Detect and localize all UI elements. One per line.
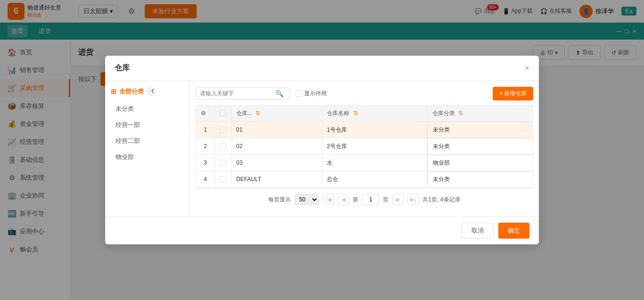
modal-header: 仓库 × xyxy=(105,56,539,81)
select-all-checkbox[interactable] xyxy=(220,110,226,117)
next-page-button[interactable]: ▶ xyxy=(392,194,404,205)
sort-icon3: ⇅ xyxy=(458,110,463,117)
table-row[interactable]: 3 03 水 物业部 xyxy=(196,155,533,171)
row-num: 1 xyxy=(196,121,215,138)
first-page-button[interactable]: |◀ xyxy=(322,194,334,205)
th-settings: ⚙ xyxy=(196,105,215,121)
show-disabled-toggle[interactable]: 显示停用 xyxy=(296,90,327,98)
row-code: 02 xyxy=(231,138,322,155)
search-box: 🔍 xyxy=(196,87,290,100)
search-icon: 🔍 xyxy=(275,90,283,97)
th-checkbox xyxy=(215,105,231,121)
row-actions-icon[interactable]: ··· xyxy=(520,126,528,133)
row-num: 3 xyxy=(196,155,215,171)
table-toolbar: 🔍 显示停用 + 新增仓库 xyxy=(196,87,533,100)
confirm-button[interactable]: 确定 xyxy=(498,223,529,239)
modal-body: ⊞ 全部分类 《 未分类 经营一部 经营二部 物业部 🔍 xyxy=(105,81,539,217)
sort-icon: ⇅ xyxy=(256,110,260,117)
show-disabled-checkbox[interactable] xyxy=(296,90,302,97)
row-name: 总仓 xyxy=(322,171,428,188)
row-category: 未分类 xyxy=(428,171,533,188)
pagination: 每页显示 50 10 20 100 |◀ ◀ 第 页 ▶ ▶| 共1页, 4条记… xyxy=(196,188,533,211)
row-num: 4 xyxy=(196,171,215,188)
settings-icon: ⚙ xyxy=(201,110,206,117)
modal-overlay[interactable]: 仓库 × ⊞ 全部分类 《 未分类 经营一部 经营二部 物业部 xyxy=(0,0,644,300)
add-warehouse-button[interactable]: + 新增仓库 xyxy=(493,87,533,100)
modal-title: 仓库 xyxy=(115,63,130,73)
sort-icon2: ⇅ xyxy=(353,110,358,117)
modal-close-button[interactable]: × xyxy=(524,63,529,73)
table-row[interactable]: 4 DEFAULT 总仓 未分类 xyxy=(196,171,533,188)
row-category: 物业部 xyxy=(428,155,533,171)
category-panel: ⊞ 全部分类 《 未分类 经营一部 经营二部 物业部 xyxy=(105,81,190,217)
row-category: 未分类··· xyxy=(428,122,533,138)
row-num: 2 xyxy=(196,138,215,155)
row-code: DEFAULT xyxy=(231,171,322,188)
last-page-button[interactable]: ▶| xyxy=(407,194,419,205)
row-code: 01 xyxy=(231,121,322,138)
th-name: 仓库名称 ⇅ xyxy=(322,105,428,121)
row-name: 水 xyxy=(322,155,428,171)
row-category: 未分类 xyxy=(428,138,533,155)
table-panel: 🔍 显示停用 + 新增仓库 ⚙ xyxy=(190,81,539,217)
search-input[interactable] xyxy=(200,90,275,97)
th-category: 仓库分类 ⇅ xyxy=(428,105,533,121)
category-item-ops2[interactable]: 经营二部 xyxy=(111,133,184,149)
page-input[interactable] xyxy=(362,194,379,205)
warehouse-modal: 仓库 × ⊞ 全部分类 《 未分类 经营一部 经营二部 物业部 xyxy=(105,56,539,245)
modal-footer: 取消 确定 xyxy=(105,217,539,244)
row-code: 03 xyxy=(231,155,322,171)
category-item-unclassified[interactable]: 未分类 xyxy=(111,101,184,117)
warehouse-table: ⚙ 仓库... ⇅ 仓库名称 ⇅ xyxy=(196,105,533,188)
category-collapse-button[interactable]: 《 xyxy=(147,87,156,96)
row-name: 2号仓库 xyxy=(322,138,428,155)
prev-page-button[interactable]: ◀ xyxy=(338,194,349,205)
row-checkbox[interactable] xyxy=(215,121,231,138)
category-item-ops1[interactable]: 经营一部 xyxy=(111,117,184,133)
row-checkbox[interactable] xyxy=(215,138,231,155)
row-name: 1号仓库 xyxy=(322,121,428,138)
th-code: 仓库... ⇅ xyxy=(231,105,322,121)
category-header: ⊞ 全部分类 《 xyxy=(111,87,184,96)
table-row[interactable]: 2 02 2号仓库 未分类 xyxy=(196,138,533,155)
row-checkbox[interactable] xyxy=(215,155,231,171)
table-row[interactable]: 1 01 1号仓库 未分类··· xyxy=(196,121,533,138)
per-page-select[interactable]: 50 10 20 100 xyxy=(295,194,319,205)
cancel-button[interactable]: 取消 xyxy=(462,223,494,239)
row-checkbox[interactable] xyxy=(215,171,231,188)
category-item-property[interactable]: 物业部 xyxy=(111,149,184,165)
grid-icon: ⊞ xyxy=(111,88,116,95)
